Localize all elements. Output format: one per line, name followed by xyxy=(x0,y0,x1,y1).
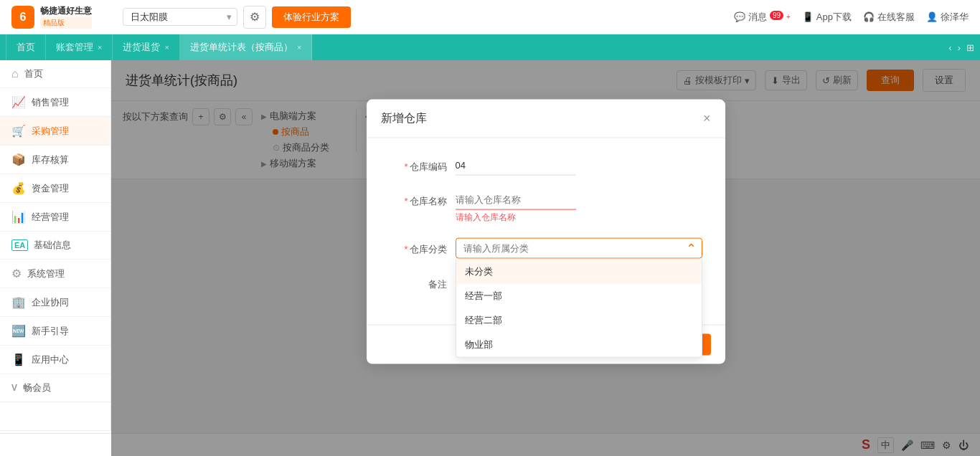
sidebar-item-basic[interactable]: EA 基础信息 xyxy=(0,232,110,260)
system-icon: ⚙ xyxy=(11,267,22,280)
customer-service-item[interactable]: 🎧 在线客服 xyxy=(863,11,915,24)
name-error-msg: 请输入仓库名称 xyxy=(456,212,702,224)
code-field-wrap xyxy=(456,156,702,176)
trial-button[interactable]: 体验行业方案 xyxy=(272,6,351,28)
user-profile[interactable]: 👤 徐泽华 xyxy=(926,11,969,24)
modal-close-button[interactable]: × xyxy=(703,111,711,126)
search-input[interactable] xyxy=(123,8,237,26)
category-dropdown-arrow[interactable]: ⌃ xyxy=(686,240,697,256)
finance-icon: 💰 xyxy=(11,181,26,195)
sidebar-item-system[interactable]: ⚙ 系统管理 xyxy=(0,260,110,288)
nav-tabs-bar: 首页 账套管理 × 进货退货 × 进货单统计表（按商品） × ‹ › ⊞ xyxy=(0,34,980,60)
form-row-category: *仓库分类 ⌃ 未分类 经营一部 经营二部 物业部 xyxy=(390,238,702,259)
notes-label: 备注 xyxy=(390,273,447,291)
sidebar-item-enterprise[interactable]: 🏢 企业协同 xyxy=(0,288,110,317)
dropdown-item-3[interactable]: 物业部 xyxy=(456,333,702,357)
top-header: 6 畅捷通好生意 精品版 ⚙ 体验行业方案 💬 消息 99 + 📱 App下载 … xyxy=(0,0,980,34)
nav-tabs-actions: ‹ › ⊞ xyxy=(948,42,974,53)
sidebar-item-home[interactable]: ⌂ 首页 xyxy=(0,60,110,88)
sidebar-item-apps[interactable]: 📱 应用中心 xyxy=(0,346,110,374)
modal-body: *仓库编码 *仓库名称 请输入仓库名称 xyxy=(367,138,725,325)
category-dropdown-list: 未分类 经营一部 经营二部 物业部 xyxy=(456,259,702,358)
sidebar-item-operations[interactable]: 📊 经营管理 xyxy=(0,203,110,232)
app-download-item[interactable]: 📱 App下载 xyxy=(802,11,852,24)
modal-title: 新增仓库 xyxy=(381,111,427,126)
category-label: *仓库分类 xyxy=(390,238,447,256)
enterprise-icon: 🏢 xyxy=(11,295,26,309)
sidebar-item-sales[interactable]: 📈 销售管理 xyxy=(0,88,110,117)
search-select-wrap[interactable] xyxy=(123,8,237,26)
name-field-wrap: 请输入仓库名称 xyxy=(456,190,702,224)
purchase-icon: 🛒 xyxy=(11,124,26,138)
code-input[interactable] xyxy=(456,156,576,176)
logo-area: 6 畅捷通好生意 精品版 xyxy=(11,5,123,29)
member-icon: V xyxy=(11,383,17,393)
nav-tabs-expand[interactable]: ⊞ xyxy=(966,42,974,53)
header-search-area: ⚙ 体验行业方案 xyxy=(123,6,734,29)
message-icon: 💬 xyxy=(734,11,745,22)
sidebar-item-member[interactable]: V 畅会员 xyxy=(0,374,110,402)
sidebar: ⌂ 首页 📈 销售管理 🛒 采购管理 📦 库存核算 💰 资金管理 📊 经营管理 … xyxy=(0,60,111,456)
notification-badge: 99 xyxy=(770,11,783,20)
home-icon: ⌂ xyxy=(11,67,19,80)
nav-tab-close-stats[interactable]: × xyxy=(297,43,301,52)
logo-icon: 6 xyxy=(11,6,34,29)
sidebar-item-inventory[interactable]: 📦 库存核算 xyxy=(0,146,110,174)
sidebar-item-finance[interactable]: 💰 资金管理 xyxy=(0,174,110,203)
nav-tab-returns[interactable]: 进货退货 × xyxy=(113,34,179,60)
inventory-icon: 📦 xyxy=(11,153,26,166)
nav-tab-home[interactable]: 首页 xyxy=(6,34,46,60)
header-right: 💬 消息 99 + 📱 App下载 🎧 在线客服 👤 徐泽华 xyxy=(734,11,969,24)
nav-tab-stats[interactable]: 进货单统计表（按商品） × xyxy=(180,34,312,60)
dropdown-item-2[interactable]: 经营二部 xyxy=(456,308,702,333)
form-row-code: *仓库编码 xyxy=(390,156,702,176)
nav-tabs-next[interactable]: › xyxy=(958,42,961,53)
sidebar-item-guide[interactable]: 🆕 新手引导 xyxy=(0,317,110,346)
sidebar-item-purchase[interactable]: 🛒 采购管理 xyxy=(0,117,110,146)
nav-tabs-prev[interactable]: ‹ xyxy=(948,42,951,53)
header-settings-icon[interactable]: ⚙ xyxy=(243,6,266,29)
nav-tab-close-returns[interactable]: × xyxy=(164,43,169,52)
category-input[interactable] xyxy=(456,238,702,259)
dropdown-item-1[interactable]: 经营一部 xyxy=(456,284,702,308)
modal-header: 新增仓库 × xyxy=(367,100,725,138)
apps-icon: 📱 xyxy=(11,353,26,366)
user-icon: 👤 xyxy=(926,11,938,22)
nav-tab-close-accounts[interactable]: × xyxy=(98,43,102,52)
main-layout: ⌂ 首页 📈 销售管理 🛒 采购管理 📦 库存核算 💰 资金管理 📊 经营管理 … xyxy=(0,60,980,456)
dropdown-item-0[interactable]: 未分类 xyxy=(456,260,702,284)
phone-icon: 📱 xyxy=(802,11,814,22)
guide-icon: 🆕 xyxy=(11,324,26,338)
logo-text: 畅捷通好生意 精品版 xyxy=(40,5,92,29)
name-input[interactable] xyxy=(456,190,576,210)
notification-item[interactable]: 💬 消息 99 + xyxy=(734,11,791,24)
headset-icon: 🎧 xyxy=(863,11,875,22)
sales-icon: 📈 xyxy=(11,95,26,109)
nav-tab-accounts[interactable]: 账套管理 × xyxy=(46,34,113,60)
code-label: *仓库编码 xyxy=(390,156,447,174)
form-row-name: *仓库名称 请输入仓库名称 xyxy=(390,190,702,224)
name-label: *仓库名称 xyxy=(390,190,447,208)
basic-icon: EA xyxy=(11,239,28,251)
content-area: 进货单统计(按商品) 🖨 按模板打印 ▾ ⬇ 导出 ↺ 刷新 查询 设置 xyxy=(111,60,980,456)
modal-new-warehouse: 新增仓库 × *仓库编码 *仓库名称 xyxy=(367,100,725,364)
category-select-wrap: ⌃ 未分类 经营一部 经营二部 物业部 xyxy=(456,238,702,259)
operations-icon: 📊 xyxy=(11,210,26,224)
